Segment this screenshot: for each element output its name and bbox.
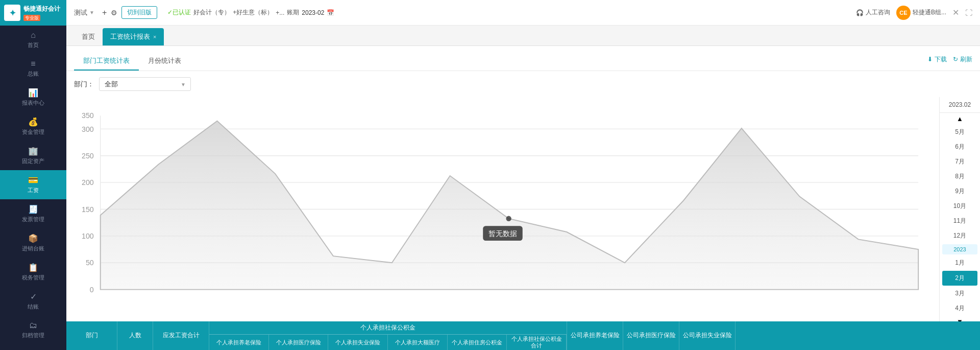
switch-old-button[interactable]: 切到旧版: [121, 6, 157, 19]
year-2023-label[interactable]: 2023: [942, 244, 977, 254]
sidebar-item-funds[interactable]: 💰 资金管理: [0, 112, 66, 141]
human-service-button[interactable]: 🎧 人工咨询: [856, 8, 890, 17]
col-total-salary: 应发工资合计: [153, 321, 209, 350]
company-dropdown-arrow: ▼: [89, 10, 94, 15]
month-7[interactable]: 7月: [940, 154, 980, 169]
month-11[interactable]: 11月: [940, 214, 980, 228]
good-biz-label: +好生意（标）: [233, 8, 273, 17]
sidebar-label-home: 首页: [28, 41, 39, 49]
tab-close-icon[interactable]: ×: [153, 34, 156, 40]
right-panel-year: 2023.02: [940, 97, 980, 113]
tab-salary-report[interactable]: 工资统计报表 ×: [103, 28, 164, 45]
right-panel-nav-down[interactable]: ▼: [940, 316, 980, 321]
svg-text:200: 200: [82, 178, 94, 186]
download-icon: ⬇: [927, 56, 933, 63]
month-12[interactable]: 12月: [940, 228, 980, 243]
month-8[interactable]: 8月: [940, 169, 980, 184]
close-window-icon[interactable]: ✕: [952, 8, 959, 17]
subtab-monthly[interactable]: 月份统计表: [139, 52, 190, 71]
sidebar-item-settings[interactable]: ⚙ 设置: [0, 344, 66, 350]
month-3[interactable]: 3月: [940, 286, 980, 301]
reports-icon: 📊: [28, 88, 38, 98]
sidebar-label-checkout: 结账: [28, 303, 39, 311]
sidebar-item-ledger[interactable]: ≡ 总账: [0, 54, 66, 83]
month-10[interactable]: 10月: [940, 199, 980, 214]
svg-text:100: 100: [82, 232, 94, 240]
svg-text:300: 300: [82, 125, 94, 133]
svg-marker-16: [101, 121, 918, 290]
sidebar-item-checkout[interactable]: ✓ 结账: [0, 287, 66, 316]
month-2-active[interactable]: 2月: [942, 271, 977, 286]
col-group-personal: 个人承担社保公积金 个人承担养老保险 个人承担医疗保险 个人承担失业保险 个人承…: [209, 321, 567, 350]
topbar-right: 🎧 人工咨询 CE 轻捷通B组... ✕ ⛶: [856, 6, 972, 20]
col-personal-pension: 个人承担养老保险: [209, 335, 269, 350]
salary-chart: 0 50 100 150 200 250 300 350: [74, 102, 932, 316]
salary-icon: 💳: [28, 175, 38, 185]
maximize-icon[interactable]: ⛶: [965, 9, 972, 17]
assets-icon: 🏢: [28, 146, 38, 156]
app-logo: ✦ 畅捷通好会计 专业版: [0, 0, 66, 26]
month-6[interactable]: 6月: [940, 139, 980, 154]
ledger-icon: ≡: [31, 59, 35, 68]
add-icon[interactable]: +: [102, 8, 107, 17]
month-5[interactable]: 5月: [940, 125, 980, 139]
tax-icon: 📋: [28, 263, 38, 272]
sidebar-item-tax[interactable]: 📋 税务管理: [0, 258, 66, 287]
sidebar-label-invoice: 发票管理: [22, 216, 44, 223]
dept-select[interactable]: 全部: [99, 77, 191, 91]
month-1[interactable]: 1月: [940, 255, 980, 270]
col-dept: 部门: [66, 321, 117, 350]
dept-select-wrapper: 全部 ▼: [99, 77, 191, 91]
col-personal-medical: 个人承担医疗保险: [269, 335, 329, 350]
download-button[interactable]: ⬇ 下载: [927, 55, 947, 64]
company-dropdown[interactable]: 测试 ▼: [74, 8, 94, 17]
month-9[interactable]: 9月: [940, 184, 980, 199]
chart-section: 0 50 100 150 200 250 300 350: [66, 97, 980, 321]
nav-up-icon: ▲: [957, 115, 963, 123]
avatar: CE: [896, 6, 911, 20]
svg-text:0: 0: [90, 286, 94, 294]
sidebar-item-invoice[interactable]: 🧾 发票管理: [0, 199, 66, 228]
nav-down-icon: ▼: [957, 318, 963, 321]
refresh-button[interactable]: ↻ 刷新: [953, 55, 972, 64]
sidebar-label-ledger: 总账: [28, 70, 39, 78]
calendar-icon[interactable]: 📅: [327, 9, 334, 16]
topbar-actions: + ⚙ 切到旧版: [102, 6, 157, 19]
col-count: 人数: [117, 321, 153, 350]
sidebar-item-home[interactable]: ⌂ 首页: [0, 26, 66, 54]
archive-icon: 🗂: [29, 321, 37, 330]
sidebar-item-salary[interactable]: 💳 工资: [0, 170, 66, 199]
topbar: 测试 ▼ + ⚙ 切到旧版 ✓已认证 好会计（专） +好生意（标） +... 账…: [66, 0, 980, 26]
period-label: 账期: [287, 8, 299, 17]
invoice-icon: 🧾: [28, 204, 38, 214]
main-content: 测试 ▼ + ⚙ 切到旧版 ✓已认证 好会计（专） +好生意（标） +... 账…: [66, 0, 980, 350]
headset-icon: 🎧: [856, 9, 864, 16]
quick-nav-button[interactable]: CE 轻捷通B组...: [896, 6, 946, 20]
month-4[interactable]: 4月: [940, 301, 980, 316]
col-personal-big-medical: 个人承担大额医疗: [388, 335, 448, 350]
checkout-icon: ✓: [30, 292, 37, 301]
col-personal-total: 个人承担社保公积金合计: [507, 335, 567, 350]
tab-home[interactable]: 首页: [74, 28, 103, 45]
tabbar: 首页 工资统计报表 ×: [66, 26, 980, 46]
right-panel: 2023.02 ▲ 5月 6月 7月 8月 9月 10月 11月 12月 202…: [939, 97, 980, 321]
sidebar-item-assets[interactable]: 🏢 固定资产: [0, 141, 66, 170]
svg-text:350: 350: [82, 111, 94, 120]
company-name: 测试: [74, 8, 87, 17]
gear-icon[interactable]: ⚙: [111, 9, 117, 17]
svg-text:150: 150: [82, 205, 94, 214]
subtab-dept[interactable]: 部门工资统计表: [74, 52, 139, 71]
table-actions: ⬇ 下载 ↻ 刷新: [927, 52, 972, 71]
sales-icon: 📦: [28, 234, 38, 243]
sidebar-item-reports[interactable]: 📊 报表中心: [0, 83, 66, 112]
col-company-unemployment: 公司承担失业保险: [679, 321, 736, 350]
chart-container: 0 50 100 150 200 250 300 350: [66, 97, 939, 321]
sidebar-item-sales[interactable]: 📦 进销台账: [0, 228, 66, 258]
col-personal-housing: 个人承担住房公积金: [448, 335, 507, 350]
sidebar-label-archive: 归档管理: [22, 332, 44, 339]
refresh-icon: ↻: [953, 56, 958, 63]
right-panel-nav-up[interactable]: ▲: [940, 113, 980, 125]
logo-badge: 专业版: [23, 15, 40, 21]
verified-badge: ✓已认证: [167, 8, 191, 17]
sidebar-item-archive[interactable]: 🗂 归档管理: [0, 316, 66, 344]
